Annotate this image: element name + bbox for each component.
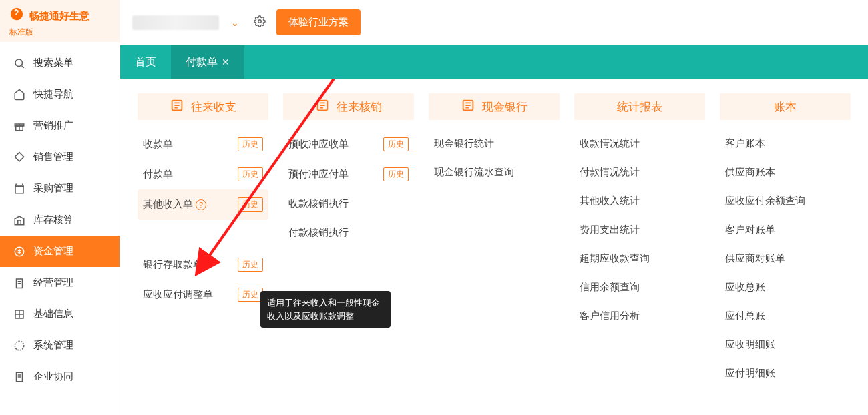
sidebar-item-7[interactable]: 经营管理: [0, 267, 120, 298]
menu-item[interactable]: 客户账本: [720, 129, 851, 158]
menu-item[interactable]: 应收总账: [720, 273, 851, 302]
column-header: 往来核销: [283, 93, 414, 120]
menu-item[interactable]: 供应商对账单: [720, 244, 851, 273]
sidebar-nav: 搜索菜单快捷导航营销推广销售管理采购管理库存核算资金管理经营管理基础信息系统管理…: [0, 42, 120, 392]
menu-item[interactable]: 预付冲应付单历史: [283, 159, 414, 189]
logo-icon: [9, 7, 24, 25]
menu-item[interactable]: 现金银行流水查询: [429, 158, 560, 187]
home-icon: [13, 89, 25, 101]
menu-item[interactable]: 银行存取款单历史: [138, 250, 268, 280]
menu-item[interactable]: 收款单历史: [138, 129, 268, 159]
menu-item-label: 信用余额查询: [580, 281, 640, 294]
column-3: 统计报表收款情况统计付款情况统计其他收入统计费用支出统计超期应收款查询信用余额查…: [574, 93, 705, 388]
history-badge[interactable]: 历史: [383, 137, 409, 151]
menu-item-label: 其他收入单?: [143, 198, 206, 211]
menu-item-label: 供应商账本: [725, 166, 775, 179]
menu-item[interactable]: 信用余额查询: [574, 273, 705, 302]
doc-icon: [13, 371, 25, 383]
menu-item[interactable]: 其他收入单?历史: [138, 189, 268, 220]
svg-point-0: [15, 59, 23, 67]
logo-area: 畅捷通好生意 标准版: [0, 0, 120, 42]
menu-item[interactable]: 应收应付余额查询: [720, 187, 851, 216]
sidebar: 畅捷通好生意 标准版 搜索菜单快捷导航营销推广销售管理采购管理库存核算资金管理经…: [0, 0, 120, 415]
brand-name: 畅捷通好生意: [29, 10, 89, 23]
sidebar-item-9[interactable]: 系统管理: [0, 330, 120, 361]
menu-item-label: 应收总账: [725, 281, 765, 294]
menu-item-label: 应收明细账: [725, 338, 775, 351]
column-0: 往来收支收款单历史付款单历史其他收入单?历史费用支出单历史银行存取款单历史应收应…: [138, 93, 268, 388]
menu-item[interactable]: 应收应付调整单历史: [138, 280, 268, 310]
topbar: ⌄ 体验行业方案: [120, 0, 868, 45]
menu-item[interactable]: 应付明细账: [720, 359, 851, 388]
sidebar-item-1[interactable]: 快捷导航: [0, 79, 120, 110]
settings-icon[interactable]: [251, 13, 268, 33]
account-placeholder: [132, 15, 219, 30]
sidebar-item-label: 快捷导航: [33, 88, 73, 101]
tab-label: 付款单: [186, 55, 218, 69]
close-icon[interactable]: ✕: [222, 57, 230, 67]
history-badge[interactable]: 历史: [238, 258, 263, 272]
menu-item[interactable]: 现金银行统计: [429, 129, 560, 158]
gift-icon: [13, 120, 25, 132]
menu-item-label: 付款情况统计: [580, 166, 640, 179]
column-header: 统计报表: [574, 93, 705, 120]
tab-1[interactable]: 付款单✕: [171, 45, 244, 79]
sidebar-item-label: 营销推广: [33, 119, 73, 132]
sidebar-item-label: 系统管理: [33, 339, 73, 352]
menu-item[interactable]: 付款核销执行: [283, 218, 414, 247]
column-list: 现金银行统计现金银行流水查询: [429, 129, 560, 187]
menu-item[interactable]: 费用支出统计: [574, 216, 705, 244]
tab-0[interactable]: 首页: [120, 45, 171, 79]
warehouse-icon: [13, 214, 25, 226]
history-badge[interactable]: 历史: [238, 137, 263, 151]
history-badge[interactable]: 历史: [238, 167, 263, 181]
menu-item[interactable]: 收款情况统计: [574, 129, 705, 158]
sidebar-item-label: 企业协同: [33, 370, 73, 383]
column-list: 预收冲应收单历史预付冲应付单历史收款核销执行付款核销执行: [283, 129, 414, 247]
grid-icon: [13, 308, 25, 320]
tag-icon: [13, 151, 25, 163]
menu-item[interactable]: 超期应收款查询: [574, 244, 705, 273]
sidebar-item-6[interactable]: 资金管理: [0, 236, 120, 267]
sidebar-item-8[interactable]: 基础信息: [0, 298, 120, 330]
menu-item[interactable]: 应收明细账: [720, 330, 851, 359]
sidebar-item-3[interactable]: 销售管理: [0, 141, 120, 173]
cta-button[interactable]: 体验行业方案: [276, 9, 361, 35]
svg-point-13: [15, 341, 24, 350]
menu-item-label: 客户信用分析: [580, 310, 640, 322]
menu-item-label: 应付明细账: [725, 367, 775, 380]
menu-item[interactable]: 预收冲应收单历史: [283, 129, 414, 159]
menu-item-label: 其他收入统计: [580, 195, 640, 208]
account-dropdown-icon[interactable]: ⌄: [227, 17, 243, 28]
sidebar-item-10[interactable]: 企业协同: [0, 361, 120, 392]
menu-item[interactable]: 其他收入统计: [574, 187, 705, 216]
sidebar-item-2[interactable]: 营销推广: [0, 110, 120, 141]
menu-item[interactable]: 付款情况统计: [574, 158, 705, 187]
sidebar-item-0[interactable]: 搜索菜单: [0, 47, 120, 79]
menu-item-label: 现金银行流水查询: [434, 166, 514, 179]
brand-edition: 标准版: [9, 27, 110, 38]
help-icon[interactable]: ?: [196, 199, 206, 210]
history-badge[interactable]: 历史: [383, 167, 409, 181]
menu-item-label: 费用支出统计: [580, 224, 640, 236]
menu-item[interactable]: 客户对账单: [720, 216, 851, 244]
menu-item[interactable]: 应付总账: [720, 302, 851, 330]
column-list: 收款情况统计付款情况统计其他收入统计费用支出统计超期应收款查询信用余额查询客户信…: [574, 129, 705, 330]
help-tooltip: 适用于往来收入和一般性现金收入以及应收账款调整: [260, 291, 391, 328]
menu-item-label: 预付冲应付单: [288, 168, 349, 181]
menu-item-label: 供应商对账单: [725, 252, 785, 265]
menu-item[interactable]: 收款核销执行: [283, 189, 414, 218]
menu-item-label: 银行存取款单: [143, 258, 203, 271]
menu-item[interactable]: 客户信用分析: [574, 302, 705, 330]
sidebar-item-5[interactable]: 库存核算: [0, 204, 120, 236]
menu-item[interactable]: 供应商账本: [720, 158, 851, 187]
menu-item-label: 应收应付余额查询: [725, 195, 805, 208]
sidebar-item-4[interactable]: 采购管理: [0, 173, 120, 204]
main-area: ⌄ 体验行业方案 首页付款单✕ 往来收支收款单历史付款单历史其他收入单?历史费用…: [120, 0, 868, 415]
bag-icon: [13, 183, 25, 195]
menu-item[interactable]: 付款单历史: [138, 159, 268, 189]
history-badge[interactable]: 历史: [238, 288, 263, 302]
menu-item-label: 付款单: [143, 168, 173, 181]
column-list: 客户账本供应商账本应收应付余额查询客户对账单供应商对账单应收总账应付总账应收明细…: [720, 129, 851, 388]
history-badge[interactable]: 历史: [238, 197, 263, 212]
